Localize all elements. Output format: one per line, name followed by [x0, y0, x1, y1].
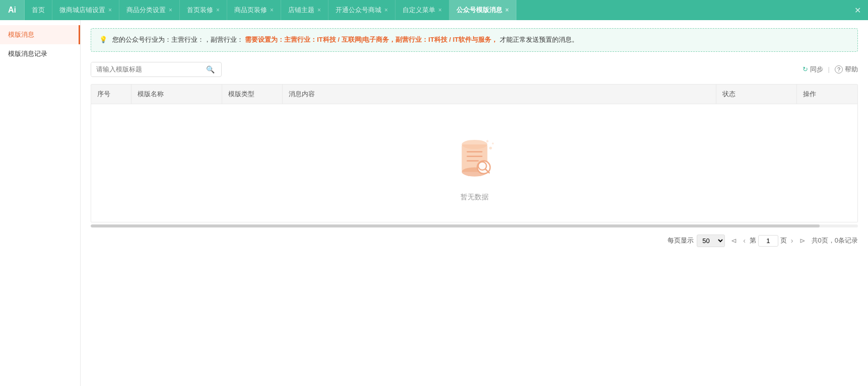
tab-close-store-theme[interactable]: × [317, 7, 321, 14]
logo-tab: Ai [0, 0, 25, 20]
lightbulb-icon: 💡 [99, 36, 107, 43]
total-records: 共0页，0条记录 [812, 236, 858, 245]
per-page-label: 每页显示 [667, 236, 694, 245]
tab-label: 公众号模版消息 [456, 6, 502, 15]
sidebar: 模版消息模版消息记录 [0, 20, 81, 386]
page-suffix: 页 [780, 236, 787, 245]
tab-home[interactable]: 首页 [25, 0, 52, 20]
tab-home-decor[interactable]: 首页装修× [180, 0, 227, 20]
tab-close-template-msg[interactable]: × [505, 7, 509, 14]
tab-shop-setting[interactable]: 微商城店铺设置× [52, 0, 119, 20]
svg-point-11 [486, 140, 489, 142]
col-header-状态: 状态 [716, 85, 797, 104]
tab-close-shop-setting[interactable]: × [108, 7, 112, 14]
tab-custom-menu[interactable]: 自定义菜单× [395, 0, 449, 20]
table-wrap: 序号模版名称模版类型消息内容状态操作 [91, 84, 858, 222]
tab-bar: Ai 首页微商城店铺设置×商品分类设置×首页装修×商品页装修×店铺主题×开通公众… [0, 0, 868, 20]
tab-close-home-decor[interactable]: × [216, 7, 220, 14]
notice-highlight: 需要设置为：主营行业：IT科技 / 互联网|电子商务，副营行业：IT科技 / I… [245, 36, 498, 43]
tab-close-category-setting[interactable]: × [169, 7, 172, 14]
page-size-wrap: 每页显示 50 10 20 100 [667, 235, 725, 247]
horizontal-scrollbar[interactable] [91, 224, 858, 227]
search-button[interactable]: 🔍 [202, 62, 219, 76]
per-page-select[interactable]: 50 10 20 100 [697, 235, 725, 247]
table-header: 序号模版名称模版类型消息内容状态操作 [91, 85, 857, 104]
col-header-操作: 操作 [797, 85, 857, 104]
tab-label: 商品页装修 [234, 6, 267, 15]
tab-label: 商品分类设置 [126, 6, 166, 15]
tab-label: 首页 [32, 6, 45, 15]
page-prefix: 第 [750, 236, 756, 245]
sync-button[interactable]: ↻ 同步 [803, 65, 823, 74]
empty-text: 暂无数据 [460, 193, 489, 202]
next-page-button[interactable]: › [789, 236, 795, 246]
sidebar-item-template-msg[interactable]: 模版消息 [0, 25, 80, 44]
page-number-input[interactable] [758, 235, 778, 247]
tab-open-mall[interactable]: 开通公众号商城× [328, 0, 395, 20]
tab-close-product-decor[interactable]: × [270, 7, 274, 14]
search-input[interactable] [91, 62, 202, 76]
svg-point-9 [489, 146, 492, 149]
tab-label: 首页装修 [187, 6, 213, 15]
toolbar-divider: | [828, 65, 830, 73]
pagination-row: 每页显示 50 10 20 100 ⊲ ‹ 第 页 › ⊳ 共0页，0条记录 [91, 235, 858, 247]
help-label: 帮助 [845, 65, 858, 74]
tab-label: 开通公众号商城 [336, 6, 381, 15]
notice-prefix: 您的公众号行业为：主营行业：，副营行业： [112, 36, 243, 43]
sync-label: 同步 [810, 65, 823, 74]
prev-page-button[interactable]: ‹ [741, 236, 748, 246]
svg-point-10 [492, 142, 494, 144]
col-header-模版类型: 模版类型 [222, 85, 283, 104]
main-layout: 模版消息模版消息记录 💡 您的公众号行业为：主营行业：，副营行业： 需要设置为：… [0, 20, 868, 386]
tab-category-setting[interactable]: 商品分类设置× [119, 0, 180, 20]
help-icon: ? [835, 65, 843, 73]
empty-illustration [449, 134, 500, 185]
first-page-button[interactable]: ⊲ [729, 236, 739, 246]
tab-template-msg[interactable]: 公众号模版消息× [449, 0, 516, 20]
tab-close-open-mall[interactable]: × [384, 7, 388, 14]
page-nav: ⊲ ‹ 第 页 › ⊳ [729, 235, 807, 247]
tab-label: 微商城店铺设置 [59, 6, 105, 15]
close-all-button[interactable]: ✕ [847, 6, 868, 15]
content-area: 💡 您的公众号行业为：主营行业：，副营行业： 需要设置为：主营行业：IT科技 /… [81, 20, 868, 386]
notice-suffix: 才能正常发送预置的消息。 [500, 36, 578, 43]
sidebar-item-template-msg-record[interactable]: 模版消息记录 [0, 44, 80, 63]
search-input-wrap[interactable]: 🔍 [91, 62, 222, 77]
last-page-button[interactable]: ⊳ [797, 236, 808, 246]
sync-icon: ↻ [803, 65, 808, 73]
scrollbar-thumb [91, 224, 820, 227]
col-header-序号: 序号 [91, 85, 131, 104]
empty-state: 暂无数据 [91, 104, 857, 222]
tab-store-theme[interactable]: 店铺主题× [281, 0, 328, 20]
search-icon: 🔍 [206, 65, 215, 73]
col-header-消息内容: 消息内容 [283, 85, 716, 104]
help-button[interactable]: ? 帮助 [835, 65, 858, 74]
tab-label: 店铺主题 [288, 6, 314, 15]
tab-label: 自定义菜单 [403, 6, 435, 15]
notice-banner: 💡 您的公众号行业为：主营行业：，副营行业： 需要设置为：主营行业：IT科技 /… [91, 28, 858, 52]
toolbar-right: ↻ 同步 | ? 帮助 [803, 65, 858, 74]
search-toolbar-row: 🔍 ↻ 同步 | ? 帮助 [91, 62, 858, 77]
tab-close-custom-menu[interactable]: × [438, 7, 442, 14]
col-header-模版名称: 模版名称 [131, 85, 222, 104]
tab-product-decor[interactable]: 商品页装修× [227, 0, 281, 20]
